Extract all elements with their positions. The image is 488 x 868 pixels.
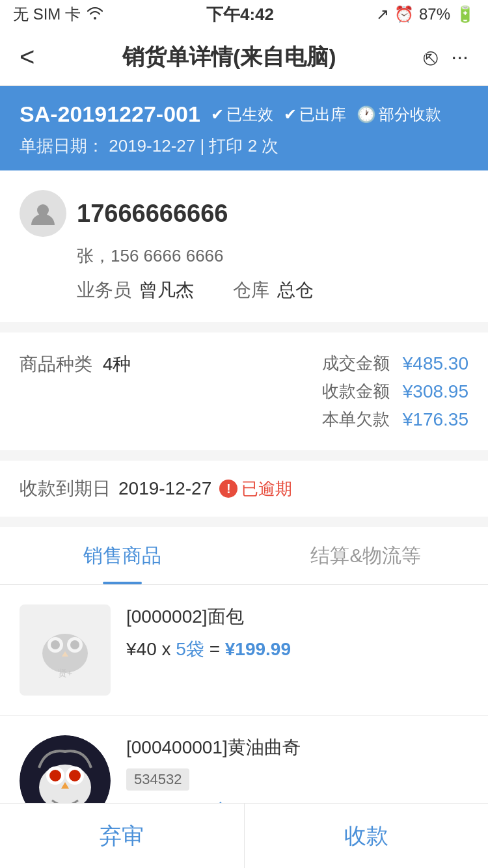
nav-actions: ⎋ ··· bbox=[424, 44, 468, 71]
transaction-label: 成交金额 bbox=[322, 352, 390, 375]
svg-point-4 bbox=[51, 640, 60, 649]
product-unit-price-1: ¥40 bbox=[126, 639, 157, 659]
abandon-review-button[interactable]: 弃审 bbox=[0, 804, 244, 868]
order-date: 2019-12-27 bbox=[109, 136, 195, 156]
print-info: 打印 2 次 bbox=[209, 136, 278, 156]
time-display: 下午4:42 bbox=[206, 3, 274, 26]
warehouse-meta: 仓库 总仓 bbox=[233, 278, 314, 303]
due-section: 收款到期日 2019-12-27 ! 已逾期 bbox=[0, 461, 488, 517]
due-date-value: 2019-12-27 bbox=[118, 478, 211, 499]
sales-label: 业务员 bbox=[77, 278, 131, 303]
due-date-label: 收款到期日 bbox=[20, 476, 111, 501]
location-icon: ↗ bbox=[376, 5, 389, 23]
wifi-icon bbox=[86, 5, 104, 23]
stats-right: 成交金额 ¥485.30 收款金额 ¥308.95 本单欠款 ¥176.35 bbox=[322, 352, 468, 431]
customer-top: 17666666666 bbox=[20, 190, 468, 237]
status-badge-2: ✔ 已出库 bbox=[284, 104, 346, 125]
status-badge-3: 🕐 部分收款 bbox=[357, 104, 441, 125]
customer-avatar bbox=[20, 190, 66, 237]
overdue-badge: ! 已逾期 bbox=[219, 478, 292, 500]
transaction-row: 成交金额 ¥485.30 bbox=[322, 352, 468, 375]
battery-icon: 🔋 bbox=[455, 5, 475, 23]
alarm-icon: ⏰ bbox=[394, 5, 414, 23]
clock-icon: 🕐 bbox=[357, 105, 376, 124]
product-item: 贤+ [0000002]面包 ¥40 x 5袋 = ¥199.99 bbox=[0, 585, 488, 716]
product-price-1: ¥40 x 5袋 = ¥199.99 bbox=[126, 637, 468, 662]
received-row: 收款金额 ¥308.95 bbox=[322, 380, 468, 403]
product-tag-2: 534532 bbox=[126, 768, 189, 791]
debt-label: 本单欠款 bbox=[322, 408, 390, 431]
sales-value: 曾凡杰 bbox=[139, 278, 194, 303]
tab-sales-products[interactable]: 销售商品 bbox=[0, 527, 244, 584]
status-right: ↗ ⏰ 87% 🔋 bbox=[376, 5, 475, 23]
debt-value: ¥176.35 bbox=[403, 409, 468, 430]
tab-settlement-logistics[interactable]: 结算&物流等 bbox=[244, 527, 488, 584]
customer-section: 17666666666 张，156 6666 6666 业务员 曾凡杰 仓库 总… bbox=[0, 170, 488, 322]
check-icon-2: ✔ bbox=[284, 105, 297, 124]
status-badge-1: ✔ 已生效 bbox=[211, 104, 273, 125]
more-button[interactable]: ··· bbox=[451, 45, 468, 69]
nav-bar: < 销货单详情(来自电脑) ⎋ ··· bbox=[0, 29, 488, 86]
share-button[interactable]: ⎋ bbox=[424, 44, 438, 71]
svg-text:贤+: 贤+ bbox=[58, 668, 72, 678]
customer-name: 17666666666 bbox=[77, 200, 228, 228]
svg-point-12 bbox=[49, 770, 61, 781]
category-value: 4种 bbox=[103, 354, 131, 374]
received-label: 收款金额 bbox=[322, 380, 390, 403]
check-icon-1: ✔ bbox=[211, 105, 224, 124]
order-id: SA-20191227-001 bbox=[20, 102, 200, 127]
status-left: 无 SIM 卡 bbox=[13, 4, 104, 25]
tabs-section: 销售商品 结算&物流等 bbox=[0, 527, 488, 585]
order-date-row: 单据日期： 2019-12-27 | 打印 2 次 bbox=[20, 135, 468, 157]
back-button[interactable]: < bbox=[20, 42, 34, 72]
product-name-2: [000400001]黄油曲奇 bbox=[126, 735, 468, 760]
product-total-1: ¥199.99 bbox=[225, 639, 291, 659]
stats-section: 商品种类 4种 成交金额 ¥485.30 收款金额 ¥308.95 本单欠款 ¥… bbox=[0, 332, 488, 450]
carrier-text: 无 SIM 卡 bbox=[13, 4, 81, 25]
product-name-1: [0000002]面包 bbox=[126, 604, 468, 629]
bottom-bar: 弃审 收款 bbox=[0, 803, 488, 868]
stats-left: 商品种类 4种 bbox=[20, 352, 131, 431]
category-label: 商品种类 bbox=[20, 354, 92, 374]
debt-row: 本单欠款 ¥176.35 bbox=[322, 408, 468, 431]
customer-meta: 业务员 曾凡杰 仓库 总仓 bbox=[20, 278, 468, 303]
page-title: 销货单详情(来自电脑) bbox=[122, 42, 336, 72]
collect-payment-button[interactable]: 收款 bbox=[244, 804, 489, 868]
product-thumbnail-1: 贤+ bbox=[20, 604, 111, 696]
order-id-row: SA-20191227-001 ✔ 已生效 ✔ 已出库 🕐 部分收款 bbox=[20, 102, 468, 127]
overdue-dot-icon: ! bbox=[219, 480, 237, 498]
customer-detail: 张，156 6666 6666 bbox=[20, 245, 468, 267]
warehouse-value: 总仓 bbox=[277, 278, 314, 303]
svg-point-5 bbox=[70, 640, 79, 649]
svg-point-13 bbox=[69, 770, 81, 781]
received-value: ¥308.95 bbox=[403, 381, 468, 402]
transaction-value: ¥485.30 bbox=[403, 353, 468, 374]
order-banner: SA-20191227-001 ✔ 已生效 ✔ 已出库 🕐 部分收款 单据日期：… bbox=[0, 86, 488, 170]
product-qty-1: 5袋 bbox=[176, 639, 204, 659]
product-info-1: [0000002]面包 ¥40 x 5袋 = ¥199.99 bbox=[126, 604, 468, 662]
overdue-text: 已逾期 bbox=[241, 478, 292, 500]
warehouse-label: 仓库 bbox=[233, 278, 269, 303]
sales-meta: 业务员 曾凡杰 bbox=[77, 278, 194, 303]
status-bar: 无 SIM 卡 下午4:42 ↗ ⏰ 87% 🔋 bbox=[0, 0, 488, 29]
battery-text: 87% bbox=[419, 5, 450, 23]
